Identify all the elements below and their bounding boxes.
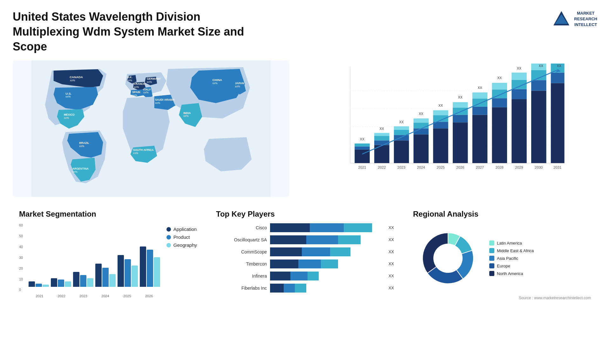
player-bar [270, 272, 383, 280]
legend-dot-geography [166, 243, 171, 247]
svg-text:XX: XX [419, 112, 423, 116]
donut-legend-color [489, 256, 494, 261]
player-bar [270, 247, 383, 256]
bar-geo-2022 [65, 281, 71, 287]
bar-product-2024 [102, 268, 109, 287]
logo-area: MARKET RESEARCH INTELLECT [552, 10, 597, 29]
svg-rect-41 [355, 144, 370, 147]
bar-product-2021 [36, 284, 42, 287]
bar-geo-2021 [43, 285, 49, 287]
logo-icon [552, 10, 571, 29]
bar-group-2026 [140, 246, 160, 287]
players-list: CiscoXXOscilloquartz SAXXCommScopeXXTimb… [216, 223, 394, 293]
donut-legend: Latin AmericaMiddle East & AfricaAsia Pa… [489, 240, 534, 276]
svg-text:xx%: xx% [127, 79, 132, 82]
svg-rect-63 [453, 123, 468, 163]
svg-text:GERMANY: GERMANY [147, 78, 161, 81]
bar-product-2022 [58, 280, 64, 287]
page-header: United States Wavelength Division Multip… [13, 10, 597, 54]
svg-text:xx%: xx% [64, 116, 69, 119]
bar-group-2022 [51, 278, 71, 287]
bar-group-2025 [118, 255, 138, 287]
svg-text:xx%: xx% [134, 85, 139, 89]
svg-rect-64 [453, 115, 468, 123]
logo-text: MARKET RESEARCH INTELLECT [574, 10, 597, 28]
svg-text:2030: 2030 [535, 165, 543, 169]
svg-text:xx%: xx% [132, 94, 138, 97]
player-bar-segment [270, 260, 298, 268]
donut-legend-item: Europe [489, 263, 534, 268]
svg-text:XX: XX [360, 138, 364, 141]
player-bar-segment [302, 247, 330, 256]
player-bar-segment [270, 284, 284, 293]
svg-rect-56 [414, 118, 429, 123]
svg-text:2029: 2029 [515, 165, 523, 169]
svg-text:CHINA: CHINA [213, 78, 222, 82]
bar-geo-2026 [154, 257, 160, 287]
bar-group-2023 [73, 272, 93, 287]
svg-text:xx%: xx% [133, 152, 139, 155]
donut-legend-label: Asia Pacific [497, 256, 518, 261]
player-name: Timbercon [216, 261, 267, 266]
x-axis: 2021 2022 2023 2024 2025 2026 [29, 294, 160, 298]
svg-rect-73 [492, 107, 507, 163]
bar-app-2023 [73, 272, 79, 287]
player-label: XX [389, 272, 394, 280]
bar-app-2025 [118, 255, 124, 287]
donut-area: Latin AmericaMiddle East & AfricaAsia Pa… [413, 223, 591, 293]
donut-legend-item: North America [489, 271, 534, 276]
svg-text:xx%: xx% [213, 82, 218, 85]
donut-segment [423, 233, 448, 273]
bar-group-2021 [29, 281, 49, 287]
player-bar-segment [310, 223, 344, 232]
svg-text:FRANCE: FRANCE [134, 83, 145, 86]
svg-text:XX: XX [399, 120, 404, 124]
svg-rect-58 [433, 129, 448, 163]
legend-dot-product [166, 235, 171, 239]
svg-rect-53 [414, 135, 429, 163]
svg-rect-51 [394, 126, 409, 130]
player-row: Oscilloquartz SAXX [216, 235, 394, 244]
bar-product-2026 [147, 250, 153, 287]
svg-rect-76 [492, 83, 507, 90]
svg-text:xx%: xx% [79, 145, 85, 148]
svg-text:2021: 2021 [358, 165, 366, 169]
segmentation-legend: Application Product Geography [166, 226, 197, 248]
svg-text:XX: XX [517, 67, 521, 70]
svg-text:2028: 2028 [496, 165, 504, 169]
bottom-section: Market Segmentation 60 50 40 30 20 10 0 [13, 206, 597, 327]
svg-text:SPAIN: SPAIN [132, 91, 140, 94]
svg-text:U.K.: U.K. [127, 76, 132, 79]
svg-rect-46 [374, 133, 390, 136]
svg-text:XX: XX [478, 86, 482, 90]
player-label: XX [389, 284, 394, 293]
svg-rect-85 [531, 70, 546, 80]
svg-rect-55 [414, 123, 429, 129]
player-bar-segment [290, 272, 307, 280]
player-bar [270, 260, 383, 268]
regional-title: Regional Analysis [413, 210, 591, 219]
svg-text:xx%: xx% [65, 95, 71, 98]
svg-rect-71 [472, 93, 488, 99]
svg-rect-40 [355, 147, 370, 150]
svg-text:SOUTH AFRICA: SOUTH AFRICA [133, 148, 154, 152]
player-label: XX [389, 247, 394, 256]
player-bar-wrap [270, 284, 383, 293]
svg-rect-83 [531, 91, 546, 163]
svg-text:2025: 2025 [437, 165, 444, 169]
segmentation-title: Market Segmentation [19, 210, 197, 219]
svg-rect-78 [512, 99, 527, 163]
bar-app-2022 [51, 278, 57, 287]
player-bar-wrap [270, 223, 383, 232]
player-bar-segment [321, 260, 338, 268]
player-bar-segment [306, 235, 338, 244]
player-bar [270, 284, 383, 293]
regional-section: Regional Analysis Latin AmericaMiddle Ea… [407, 206, 597, 327]
svg-rect-81 [512, 73, 527, 80]
svg-rect-44 [374, 141, 390, 145]
legend-dot-application [166, 227, 171, 232]
player-bar-wrap [270, 260, 383, 268]
player-bar-segment [284, 284, 295, 293]
svg-text:2024: 2024 [417, 165, 425, 169]
svg-text:xx%: xx% [143, 91, 149, 94]
